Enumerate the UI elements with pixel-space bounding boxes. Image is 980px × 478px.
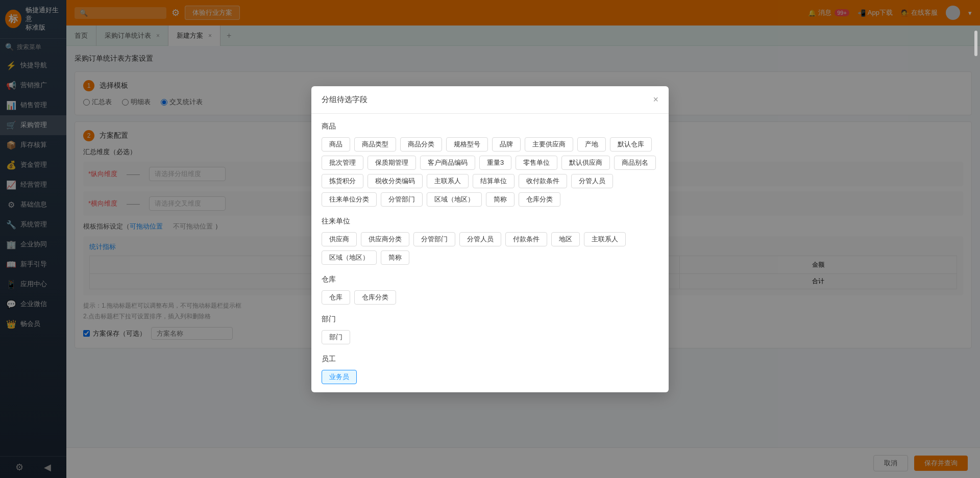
modal-section-dept: 部门 部门 [322,315,658,344]
field-tag-batch-mgmt[interactable]: 批次管理 [322,156,363,170]
field-tag-shelf-life[interactable]: 保质期管理 [368,156,416,170]
field-tag-region[interactable]: 区域（地区） [427,192,482,207]
field-partner-dept[interactable]: 分管部门 [413,232,455,246]
modal: 分组待选字段 × 商品 商品 商品类型 商品分类 规格型号 品牌 主要供应商 产… [311,86,669,392]
field-partner-short[interactable]: 简称 [381,250,409,265]
field-partner-supervisor[interactable]: 分管人员 [459,232,501,246]
field-tag-main-supplier[interactable]: 主要供应商 [525,137,573,152]
modal-body: 商品 商品 商品类型 商品分类 规格型号 品牌 主要供应商 产地 默认仓库 批次… [311,114,669,392]
dept-field-grid: 部门 [322,330,658,344]
field-tag-goods-category[interactable]: 商品分类 [400,137,442,152]
goods-section-title: 商品 [322,122,658,131]
field-tag-partner-category[interactable]: 往来单位分类 [322,192,377,207]
field-tag-alias[interactable]: 商品别名 [614,156,656,170]
dept-section-title: 部门 [322,315,658,324]
modal-header: 分组待选字段 × [311,86,669,114]
field-tag-origin[interactable]: 产地 [577,137,606,152]
field-tag-settlement-unit[interactable]: 结算单位 [473,174,514,188]
field-supplier-category[interactable]: 供应商分类 [361,232,409,246]
employee-section-title: 员工 [322,355,658,364]
field-tag-dept[interactable]: 分管部门 [381,192,423,207]
modal-close-button[interactable]: × [653,94,658,105]
field-salesperson[interactable]: 业务员 [322,370,357,384]
field-tag-customer-code[interactable]: 客户商品编码 [420,156,475,170]
partner-field-grid: 供应商 供应商分类 分管部门 分管人员 付款条件 地区 主联系人 区域（地区） … [322,232,658,265]
modal-section-employee: 员工 业务员 [322,355,658,384]
modal-section-goods: 商品 商品 商品类型 商品分类 规格型号 品牌 主要供应商 产地 默认仓库 批次… [322,122,658,207]
modal-section-warehouse: 仓库 仓库 仓库分类 [322,275,658,305]
field-tag-main-contact[interactable]: 主联系人 [427,174,469,188]
modal-overlay: 分组待选字段 × 商品 商品 商品类型 商品分类 规格型号 品牌 主要供应商 产… [0,0,980,478]
field-tag-weight[interactable]: 重量3 [479,156,511,170]
goods-field-grid: 商品 商品类型 商品分类 规格型号 品牌 主要供应商 产地 默认仓库 批次管理 … [322,137,658,207]
field-tag-retail-unit[interactable]: 零售单位 [516,156,557,170]
field-warehouse-cat[interactable]: 仓库分类 [354,290,396,305]
field-tag-warehouse-category[interactable]: 仓库分类 [519,192,560,207]
field-tag-pick-score[interactable]: 拣货积分 [322,174,363,188]
field-partner-contact[interactable]: 主联系人 [584,232,626,246]
field-tag-default-supplier[interactable]: 默认供应商 [561,156,610,170]
modal-section-partner: 往来单位 供应商 供应商分类 分管部门 分管人员 付款条件 地区 主联系人 区域… [322,217,658,265]
field-tag-payment-terms[interactable]: 收付款条件 [519,174,567,188]
field-supplier[interactable]: 供应商 [322,232,357,246]
field-partner-region[interactable]: 区域（地区） [322,250,377,265]
field-tag-short-name[interactable]: 简称 [486,192,514,207]
warehouse-section-title: 仓库 [322,275,658,284]
field-payment-condition[interactable]: 付款条件 [505,232,547,246]
field-tag-tax-code[interactable]: 税收分类编码 [368,174,423,188]
partner-section-title: 往来单位 [322,217,658,226]
field-tag-spec[interactable]: 规格型号 [446,137,488,152]
employee-field-grid: 业务员 [322,370,658,384]
warehouse-field-grid: 仓库 仓库分类 [322,290,658,305]
field-area[interactable]: 地区 [551,232,580,246]
field-tag-goods-type[interactable]: 商品类型 [354,137,396,152]
field-tag-supervisor[interactable]: 分管人员 [571,174,613,188]
field-tag-brand[interactable]: 品牌 [492,137,521,152]
field-tag-goods[interactable]: 商品 [322,137,350,152]
modal-title: 分组待选字段 [322,95,368,105]
field-warehouse[interactable]: 仓库 [322,290,350,305]
field-department[interactable]: 部门 [322,330,350,344]
field-tag-default-warehouse[interactable]: 默认仓库 [610,137,652,152]
